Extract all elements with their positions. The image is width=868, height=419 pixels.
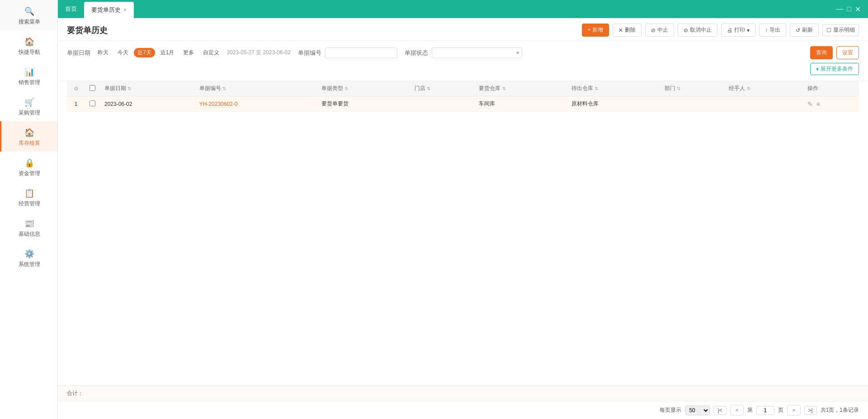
delete-icon: ✕ [618,27,623,33]
stop-icon: ⊘ [651,27,656,33]
display-detail-checkbox: ☐ [826,27,831,33]
print-icon: 🖨 [727,27,732,33]
date-filter-label: 单据日期 [67,49,90,57]
sidebar-item-inventory[interactable]: 🏠 库存核算 [0,121,57,152]
sidebar-item-purchase[interactable]: 🛒 采购管理 [0,91,57,121]
status-select-wrapper: ▾ [432,48,522,58]
sidebar-item-quicknav[interactable]: 🏠 快捷导航 [0,30,57,61]
new-button[interactable]: + 新增 [582,24,609,37]
stop-button[interactable]: ⊘ 中止 [645,24,674,37]
th-checkbox [85,81,100,96]
cell-checkbox [85,96,100,112]
cell-req-warehouse: 车间库 [474,96,566,112]
select-all-checkbox[interactable] [90,85,95,91]
sidebar-item-label: 搜索菜单 [19,18,40,26]
export-icon: ↑ [765,27,768,33]
window-minimize-icon[interactable]: — [836,5,843,13]
status-select[interactable] [432,48,522,58]
search-icon: 🔍 [24,6,34,16]
tab-close-icon[interactable]: × [123,7,127,13]
th-store[interactable]: 门店 ⇅ [410,81,475,96]
doc-number-label: 单据编号 [298,49,321,57]
th-req-warehouse[interactable]: 要货仓库 ⇅ [474,81,566,96]
sidebar-item-sales[interactable]: 📊 销售管理 [0,61,57,91]
cell-doc-date: 2023-06-02 [100,96,195,112]
cell-store [410,96,475,112]
th-doc-type[interactable]: 单据类型 ⇅ [317,81,410,96]
date-btn-last7days[interactable]: 近7天 [134,48,155,57]
row-action-buttons: ✎ ≡ [807,100,854,108]
sort-department-icon: ⇅ [677,86,680,91]
page-number-input[interactable] [756,406,774,415]
sort-handler-icon: ⇅ [747,86,750,91]
display-detail-button[interactable]: ☐ 显示明细 [822,24,859,36]
row-checkbox[interactable] [90,100,95,106]
page-size-select[interactable]: 50 20 100 200 [685,405,710,415]
sort-store-icon: ⇅ [427,86,430,91]
sidebar-item-basic[interactable]: 📰 基础信息 [0,212,57,243]
page-title: 要货单历史 [67,25,108,36]
th-pending-warehouse[interactable]: 待出仓库 ⇅ [567,81,660,96]
window-close-icon[interactable]: ✕ [855,5,861,14]
th-settings: ⚙ [67,81,85,96]
first-page-button[interactable]: |< [713,406,726,415]
date-btn-today[interactable]: 今天 [114,48,132,57]
date-filter: 单据日期 昨天 今天 近7天 近1月 更多 自定义 2023-05-27 至 2… [67,48,291,57]
sidebar-item-finance[interactable]: 🔒 资金管理 [0,152,57,182]
cell-doc-number: YH-20230602-0 [195,96,317,112]
expand-filter-button[interactable]: ▾ 展开更多条件 [810,63,859,75]
basic-icon: 📰 [24,219,34,229]
main-content: 要货单历史 + 新增 ✕ 删除 ⊘ 中止 ⊘ 取消中止 [58,18,868,419]
th-doc-number[interactable]: 单据编号 ⇅ [195,81,317,96]
table-header-row: ⚙ 单据日期 ⇅ 单据编号 ⇅ [67,81,859,96]
date-btn-more[interactable]: 更多 [179,48,198,57]
doc-number-input[interactable] [325,48,397,58]
last-page-button[interactable]: >| [804,406,817,415]
pagination: 每页显示 50 20 100 200 |< ＜ 第 页 ＞ >| 共1页，1条记… [58,401,868,419]
date-btn-custom[interactable]: 自定义 [199,48,223,57]
row-more-icon[interactable]: ≡ [816,100,820,108]
cell-handler [724,96,803,112]
refresh-button[interactable]: ↺ 刷新 [790,24,819,37]
date-btn-yesterday[interactable]: 昨天 [94,48,112,57]
sidebar-item-system[interactable]: ⚙️ 系统管理 [0,243,57,273]
top-bar: 首页 要货单历史 × — □ ✕ [58,0,868,18]
row-edit-icon[interactable]: ✎ [807,100,813,108]
sidebar-item-search[interactable]: 🔍 搜索菜单 [0,0,57,30]
settings-button[interactable]: 设置 [836,46,859,59]
export-button[interactable]: ↑ 导出 [759,24,786,37]
sort-req-warehouse-icon: ⇅ [502,86,506,91]
cancel-stop-button[interactable]: ⊘ 取消中止 [678,24,717,37]
window-maximize-icon[interactable]: □ [847,5,851,13]
sort-doc-type-icon: ⇅ [344,86,348,91]
status-label: 单据状态 [405,49,428,57]
table-settings-icon[interactable]: ⚙ [74,86,79,92]
page-size-label: 每页显示 [660,406,681,414]
sidebar-item-label: 系统管理 [19,261,40,268]
doc-number-link[interactable]: YH-20230602-0 [199,101,238,107]
next-page-button[interactable]: ＞ [787,405,801,415]
chart-icon: 📊 [24,67,34,77]
print-button[interactable]: 🖨 打印 ▾ [721,24,755,37]
sidebar-item-operations[interactable]: 📋 经营管理 [0,182,57,212]
th-handler[interactable]: 经手人 ⇅ [724,81,803,96]
tab-home[interactable]: 首页 [58,0,84,18]
tab-requisition-history[interactable]: 要货单历史 × [84,2,134,18]
cell-department [660,96,725,112]
th-doc-date[interactable]: 单据日期 ⇅ [100,81,195,96]
table-row: 1 2023-06-02 YH-20230602-0 要货单要货 车间库 [67,96,859,112]
page-header: 要货单历史 + 新增 ✕ 删除 ⊘ 中止 ⊘ 取消中止 [58,18,868,41]
inventory-icon: 🏠 [24,128,34,138]
query-button[interactable]: 查询 [810,46,833,59]
table-footer: 合计： [58,386,868,401]
sidebar-item-label: 销售管理 [19,79,40,86]
cell-pending-warehouse: 原材料仓库 [567,96,660,112]
table-body: 1 2023-06-02 YH-20230602-0 要货单要货 车间库 [67,96,859,112]
sort-pending-warehouse-icon: ⇅ [594,86,598,91]
tab-requisition-label: 要货单历史 [91,6,121,14]
filter-expand-row: ▾ 展开更多条件 [67,63,859,75]
date-btn-last1month[interactable]: 近1月 [157,48,178,57]
th-department[interactable]: 部门 ⇅ [660,81,725,96]
prev-page-button[interactable]: ＜ [730,405,744,415]
delete-button[interactable]: ✕ 删除 [613,24,642,37]
